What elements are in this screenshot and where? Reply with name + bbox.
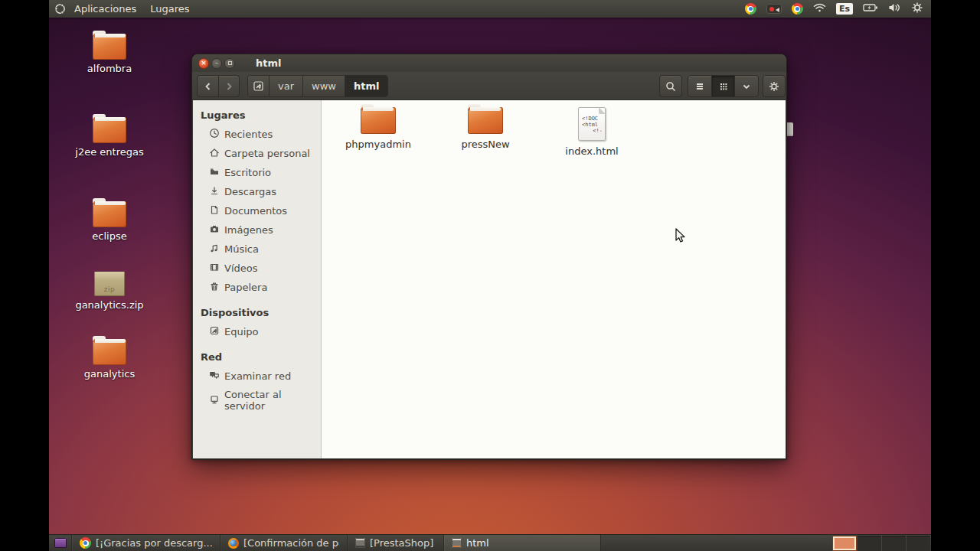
sidebar-item-label: Recientes [224, 129, 273, 140]
screen-recorder-icon[interactable] [766, 4, 782, 14]
file-phpmyadmin[interactable]: phpmyadmin [338, 107, 418, 150]
window-titlebar[interactable]: × – html [192, 54, 786, 72]
battery-icon[interactable] [863, 2, 878, 15]
options-gear-button[interactable] [763, 75, 786, 97]
html-preview-line: <html [582, 122, 603, 128]
breadcrumb: varwwwhtml [247, 75, 388, 97]
system-tray: Es [745, 0, 931, 18]
taskbar-item-label: html [466, 537, 489, 549]
sidebar-item-label: Carpeta personal [224, 148, 310, 159]
sidebar-item-label: Documentos [224, 205, 287, 217]
home-icon [209, 147, 220, 160]
desktop-icon-ganalytics-zip[interactable]: zipganalytics.zip [67, 270, 152, 311]
sidebar-item-conectar-al-servidor[interactable]: Conectar al servidor [193, 386, 321, 415]
sidebar-item-v-deos[interactable]: Vídeos [193, 259, 321, 278]
wifi-icon[interactable] [813, 2, 826, 15]
workspace-cell-3[interactable] [881, 536, 906, 551]
desktop-icon-j2ee-entregas[interactable]: j2ee entregas [67, 117, 152, 158]
document-icon [209, 204, 220, 217]
workspace-cell-2[interactable] [857, 536, 881, 551]
folder-icon [93, 117, 126, 143]
taskbar-item-2[interactable]: [Confirmación de ped... [220, 535, 348, 551]
firefox-icon [228, 538, 239, 549]
desktop-icon-label: eclipse [92, 230, 126, 242]
breadcrumb-var[interactable]: var [270, 76, 303, 96]
grid-view-button[interactable] [711, 76, 735, 96]
sidebar-item-equipo[interactable]: Equipo [193, 322, 321, 341]
sidebar-item-label: Vídeos [224, 262, 257, 274]
film-icon [209, 262, 220, 275]
html-preview-line: <!DOC [582, 116, 603, 122]
sidebar-section-lugares: Lugares [193, 107, 321, 125]
zip-archive-icon: zip [94, 272, 125, 296]
desktop-icon-label: j2ee entregas [75, 146, 143, 158]
navigation-buttons [197, 75, 240, 97]
desktop-icon-ganalytics[interactable]: ganalytics [67, 339, 152, 380]
workspace-cell-4[interactable] [906, 536, 930, 551]
desktop-icon-label: alfombra [87, 63, 132, 74]
sidebar-item-descargas[interactable]: Descargas [193, 182, 321, 201]
volume-icon[interactable] [888, 2, 901, 15]
trash-icon [209, 281, 220, 294]
disk-root-icon[interactable] [248, 76, 270, 96]
sidebar-item-documentos[interactable]: Documentos [193, 201, 321, 220]
chrome-tray-icon[interactable] [745, 3, 756, 15]
folder-icon [209, 166, 220, 179]
forward-button[interactable] [218, 76, 239, 96]
show-desktop-button[interactable] [49, 535, 72, 551]
back-button[interactable] [198, 76, 218, 96]
session-gear-icon[interactable] [911, 2, 923, 16]
folder-icon [93, 34, 126, 60]
list-view-button[interactable] [688, 76, 711, 96]
html-file-icon: <!DOC<html<!- [578, 107, 606, 141]
close-button[interactable]: × [198, 58, 209, 69]
top-panel: Aplicaciones Lugares Es [49, 0, 931, 18]
sidebar-item-label: Conectar al servidor [224, 389, 316, 412]
drive-icon [209, 325, 220, 338]
sidebar-item-label: Descargas [224, 186, 276, 197]
window-title: html [256, 57, 281, 69]
sidebar-item-label: Equipo [224, 326, 259, 337]
chrome-icon [80, 537, 91, 549]
taskbar-item-1[interactable]: [¡Gracias por descarg... [72, 535, 220, 551]
desktop-icon-eclipse[interactable]: eclipse [67, 201, 152, 242]
clock-icon [209, 128, 220, 141]
bottom-taskbar: [¡Gracias por descarg...[Confirmación de… [49, 534, 931, 551]
file-index-html[interactable]: <!DOC<html<!-index.html [552, 107, 632, 157]
menu-lugares[interactable]: Lugares [143, 0, 196, 18]
workspace-cell-1[interactable] [832, 536, 857, 551]
breadcrumb-html[interactable]: html [345, 76, 387, 96]
chrome-tray-icon[interactable] [792, 3, 803, 15]
search-button[interactable] [659, 75, 682, 97]
file-pressnew[interactable]: pressNew [446, 107, 525, 150]
sidebar-item-carpeta-personal[interactable]: Carpeta personal [193, 144, 321, 163]
sidebar-item-examinar-red[interactable]: Examinar red [193, 367, 321, 386]
folder-icon [468, 107, 503, 134]
sidebar-item-label: Música [224, 243, 259, 255]
partially-hidden-desktop-icon[interactable] [786, 122, 793, 136]
sidebar-item-papelera[interactable]: Papelera [193, 278, 321, 297]
taskbar-item-4[interactable]: html [444, 535, 601, 551]
sidebar-item-im-genes[interactable]: Imágenes [193, 220, 321, 240]
file-manager-window: × – html varwwwhtml [191, 54, 787, 460]
file-list-area[interactable]: phpmyadminpressNew<!DOC<html<!-index.htm… [322, 100, 786, 458]
maximize-button[interactable] [224, 58, 235, 69]
view-dropdown-button[interactable] [734, 76, 758, 96]
html-preview-line: <!- [582, 128, 603, 134]
sidebar-item-m-sica[interactable]: Música [193, 240, 321, 259]
taskbar-item-3[interactable]: [PrestaShop] [348, 535, 444, 551]
file-cabinet-icon [355, 538, 365, 548]
sidebar-item-escritorio[interactable]: Escritorio [193, 163, 321, 182]
sidebar-item-recientes[interactable]: Recientes [193, 125, 321, 144]
minimize-button[interactable]: – [211, 58, 222, 69]
menu-aplicaciones[interactable]: Aplicaciones [67, 0, 143, 18]
desktop-icon-alfombra[interactable]: alfombra [67, 34, 152, 74]
camera-icon [209, 223, 220, 236]
view-switcher [688, 75, 759, 97]
keyboard-layout-indicator[interactable]: Es [836, 3, 853, 15]
file-cabinet-icon [452, 538, 462, 548]
sidebar-section-red: Red [193, 349, 321, 367]
breadcrumb-www[interactable]: www [303, 76, 345, 96]
workspace-switcher [832, 535, 931, 551]
sidebar-section-dispositivos: Dispositivos [193, 305, 321, 322]
